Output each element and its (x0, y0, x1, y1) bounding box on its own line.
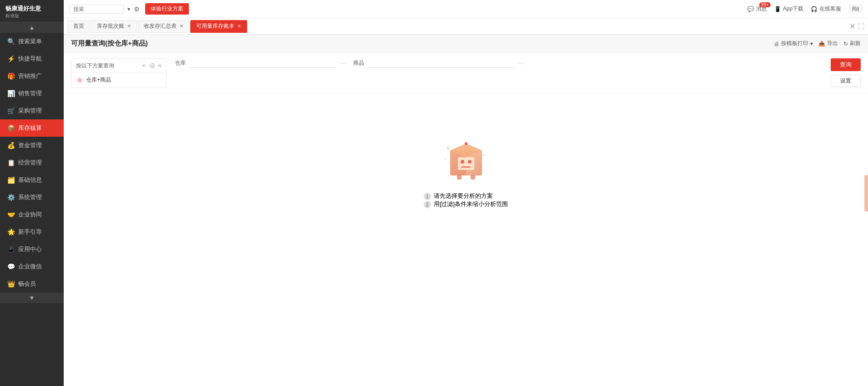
tip-1-text: 请先选择要分析的方案 (434, 192, 493, 200)
sidebar-label-newbie: 新手引导 (18, 228, 42, 236)
product-input[interactable] (367, 58, 514, 68)
scheme-panel: 按以下方案查询 ＋ ◎ « ⊙仓库+商品 (71, 58, 167, 87)
sidebar-item-wechat[interactable]: 💬企业微信 (0, 258, 64, 275)
tabs-container: 首页库存批次账✕收发存汇总表✕可用量库存账本✕ (67, 20, 247, 33)
sidebar-label-enterprise: 企业协同 (18, 211, 42, 219)
sidebar-logo-title: 畅康通好生意 (5, 5, 58, 13)
sidebar-label-finance: 资金管理 (18, 141, 42, 149)
tab-close-batch[interactable]: ✕ (127, 23, 131, 29)
sidebar-item-shortcut[interactable]: ⚡快捷导航 (0, 50, 64, 67)
sidebar-logo-sub: 标准版 (5, 13, 58, 19)
settings-icon[interactable]: ⚙ (134, 5, 140, 13)
sidebar-scroll-up[interactable]: ▲ (0, 22, 64, 33)
print-dropdown-icon: ▾ (810, 41, 813, 47)
sidebar-icon-purchase: 🛒 (7, 107, 15, 114)
print-button[interactable]: 🖨 按模板打印 ▾ (774, 40, 813, 47)
sidebar-scroll-down[interactable]: ▼ (0, 293, 64, 303)
sidebar-icon-appcenter: 📱 (7, 246, 15, 253)
sidebar-item-member[interactable]: 👑畅会员 (0, 275, 64, 293)
tab-label-batch: 库存批次账 (97, 22, 124, 30)
sidebar-items: 🔍搜索菜单⚡快捷导航🎁营销推广📊销售管理🛒采购管理📦库存核算💰资金管理📋经营管理… (0, 33, 64, 293)
tab-home[interactable]: 首页 (67, 20, 90, 33)
query-button[interactable]: 查询 (831, 58, 861, 71)
tab-available[interactable]: 可用量库存账本✕ (190, 20, 247, 33)
sidebar-icon-enterprise: 🤝 (7, 211, 15, 218)
sidebar-item-inventory[interactable]: 📦库存核算 (0, 119, 64, 137)
filter-row-1: 仓库 ··· 商品 ··· (172, 58, 825, 68)
sidebar-item-sales[interactable]: 📊销售管理 (0, 85, 64, 102)
message-badge: 99+ (759, 2, 771, 7)
tab-close-available[interactable]: ✕ (237, 23, 241, 29)
sidebar: 畅康通好生意 标准版 ▲ 🔍搜索菜单⚡快捷导航🎁营销推广📊销售管理🛒采购管理📦库… (0, 0, 64, 386)
svg-rect-9 (457, 175, 462, 180)
sidebar-icon-inventory: 📦 (7, 124, 15, 132)
svg-rect-10 (471, 175, 475, 180)
sidebar-logo: 畅康通好生意 标准版 (0, 0, 64, 22)
export-button[interactable]: 📤 导出 (818, 40, 838, 47)
settings-scheme-button[interactable]: ◎ (150, 62, 155, 70)
sidebar-item-basic[interactable]: 🗂️基础信息 (0, 171, 64, 189)
topbar-right: 💬 消息 99+ 📱 App下载 🎧 在线客服 Rit (747, 5, 863, 13)
svg-point-4 (461, 160, 464, 164)
online-service-button[interactable]: 🎧 在线客服 (811, 5, 841, 13)
tip-2-num: 2 (424, 201, 431, 208)
export-label: 导出 (827, 40, 838, 47)
warehouse-input[interactable] (188, 58, 336, 68)
sidebar-item-marketing-promo[interactable]: 🎁营销推广 (0, 67, 64, 85)
svg-rect-6 (462, 166, 471, 168)
tab-label-summary: 收发存汇总表 (144, 22, 177, 30)
scheme-label-warehouse-product: 仓库+商品 (86, 76, 111, 84)
tab-label-available: 可用量库存账本 (196, 22, 234, 30)
filter-action-area: 仓库 ··· 商品 ··· 查询 设置 (172, 58, 861, 87)
add-scheme-button[interactable]: ＋ (141, 62, 147, 70)
sidebar-item-purchase[interactable]: 🛒采购管理 (0, 102, 64, 119)
message-button[interactable]: 💬 消息 99+ (747, 5, 767, 13)
app-download-button[interactable]: 📱 App下载 (774, 5, 803, 13)
tip-2-text: 用[过滤]条件来缩小分析范围 (434, 200, 508, 208)
scheme-icon-warehouse-product: ⊙ (76, 77, 83, 84)
scheme-items: ⊙仓库+商品 (71, 73, 166, 87)
svg-point-13 (445, 159, 447, 160)
search-input[interactable] (69, 5, 124, 14)
svg-point-11 (447, 147, 449, 149)
tip-2: 2 用[过滤]条件来缩小分析范围 (424, 200, 508, 208)
user-menu[interactable]: Rit (848, 5, 863, 13)
close-all-tabs-button[interactable]: ✕ (849, 22, 855, 31)
tip-1: 1 请先选择要分析的方案 (424, 192, 508, 200)
sidebar-item-operation[interactable]: 📋经营管理 (0, 154, 64, 171)
warehouse-more-icon[interactable]: ··· (340, 60, 345, 67)
sidebar-item-search[interactable]: 🔍搜索菜单 (0, 33, 64, 50)
scheme-actions: ＋ ◎ « (141, 62, 162, 70)
warehouse-label: 仓库 (172, 59, 186, 67)
sidebar-label-operation: 经营管理 (18, 159, 42, 167)
tab-summary[interactable]: 收发存汇总表✕ (138, 20, 189, 33)
tab-close-summary[interactable]: ✕ (179, 23, 183, 29)
page-content: 可用量查询(按仓库+商品) 🖨 按模板打印 ▾ 📤 导出 ↻ 刷新 (64, 35, 868, 386)
filter-area: 仓库 ··· 商品 ··· (172, 58, 825, 68)
sidebar-icon-wechat: 💬 (7, 263, 15, 270)
sidebar-item-newbie[interactable]: 🌟新手引导 (0, 223, 64, 241)
sidebar-icon-member: 👑 (7, 280, 15, 288)
product-more-icon[interactable]: ··· (519, 60, 523, 67)
scheme-item-warehouse-product[interactable]: ⊙仓库+商品 (71, 73, 166, 87)
page-header: 可用量查询(按仓库+商品) 🖨 按模板打印 ▾ 📤 导出 ↻ 刷新 (64, 35, 868, 53)
expand-tabs-button[interactable]: ⛶ (858, 23, 864, 30)
sidebar-item-enterprise[interactable]: 🤝企业协同 (0, 206, 64, 223)
solution-button[interactable]: 体验行业方案 (145, 3, 189, 15)
right-scrollbar[interactable] (864, 175, 868, 211)
tabs-bar: 首页库存批次账✕收发存汇总表✕可用量库存账本✕ ✕ ⛶ (64, 18, 868, 35)
sidebar-item-appcenter[interactable]: 📱应用中心 (0, 241, 64, 258)
dropdown-button[interactable]: ▾ (127, 6, 130, 12)
print-icon: 🖨 (774, 41, 779, 47)
collapse-scheme-button[interactable]: « (158, 62, 162, 70)
sidebar-icon-search: 🔍 (7, 38, 15, 45)
tab-batch[interactable]: 库存批次账✕ (91, 20, 137, 33)
empty-state: 1 请先选择要分析的方案 2 用[过滤]条件来缩小分析范围 (64, 93, 868, 245)
sidebar-icon-basic: 🗂️ (7, 176, 15, 184)
sidebar-item-finance[interactable]: 💰资金管理 (0, 137, 64, 154)
settings-button[interactable]: 设置 (831, 75, 861, 87)
refresh-button[interactable]: ↻ 刷新 (843, 40, 861, 47)
sidebar-nav: ▲ 🔍搜索菜单⚡快捷导航🎁营销推广📊销售管理🛒采购管理📦库存核算💰资金管理📋经营… (0, 22, 64, 386)
sidebar-item-system[interactable]: ⚙️系统管理 (0, 189, 64, 206)
sidebar-icon-newbie: 🌟 (7, 228, 15, 236)
